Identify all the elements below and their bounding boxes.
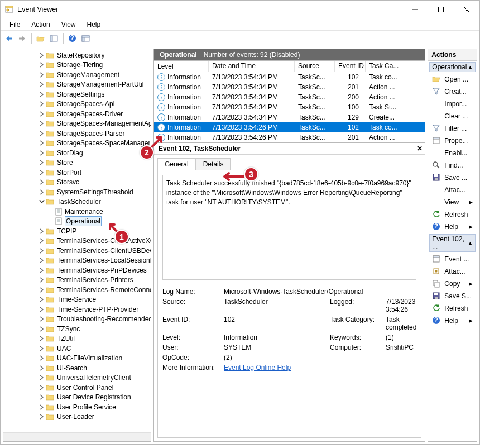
tree-item-terminalservices-remoteconnectionmanager[interactable]: TerminalServices-RemoteConnectionManager xyxy=(3,285,151,295)
chevron-right-icon[interactable] xyxy=(39,277,46,283)
chevron-right-icon[interactable] xyxy=(39,91,46,98)
event-row[interactable]: iInformation7/13/2023 3:54:34 PMTaskSc..… xyxy=(154,82,425,92)
tree-view[interactable]: StateRepositoryStorage-TieringStorageMan… xyxy=(3,49,151,432)
chevron-right-icon[interactable] xyxy=(39,247,46,254)
event-row[interactable]: iInformation7/13/2023 3:54:26 PMTaskSc..… xyxy=(154,122,425,132)
menu-file[interactable]: File xyxy=(4,20,26,30)
chevron-right-icon[interactable] xyxy=(39,287,46,293)
chevron-down-icon[interactable] xyxy=(39,198,46,205)
tree-item-store[interactable]: Store xyxy=(3,158,151,168)
tree-item-uac[interactable]: UAC xyxy=(3,344,151,354)
chevron-right-icon[interactable] xyxy=(39,335,46,342)
tab-details[interactable]: Details xyxy=(196,158,231,170)
chevron-right-icon[interactable] xyxy=(39,189,46,196)
action-open[interactable]: Open ... xyxy=(429,73,476,85)
chevron-right-icon[interactable] xyxy=(39,140,46,146)
back-button[interactable] xyxy=(3,32,15,45)
event-row[interactable]: iInformation7/13/2023 3:54:34 PMTaskSc..… xyxy=(154,72,425,82)
tree-horizontal-scrollbar[interactable] xyxy=(3,432,151,441)
action-creat[interactable]: Creat... xyxy=(429,85,476,98)
action-help[interactable]: Help▶ xyxy=(429,221,476,233)
more-info-link[interactable]: Event Log Online Help xyxy=(224,364,416,371)
chevron-right-icon[interactable] xyxy=(39,365,46,371)
tree-item-terminalservices-printers[interactable]: TerminalServices-Printers xyxy=(3,275,151,285)
chevron-right-icon[interactable] xyxy=(39,326,46,332)
menu-action[interactable]: Action xyxy=(26,20,55,30)
help-button[interactable] xyxy=(66,32,79,45)
actions-group-operational[interactable]: Operational▲ xyxy=(429,62,476,72)
chevron-right-icon[interactable] xyxy=(39,316,46,322)
tree-item-troubleshooting-recommended[interactable]: Troubleshooting-Recommended xyxy=(3,314,151,325)
chevron-right-icon[interactable] xyxy=(39,150,46,156)
layout-button[interactable] xyxy=(80,32,92,45)
chevron-right-icon[interactable] xyxy=(39,130,46,137)
close-button[interactable] xyxy=(454,1,479,18)
action-help[interactable]: Help▶ xyxy=(429,314,476,327)
chevron-right-icon[interactable] xyxy=(39,257,46,264)
chevron-right-icon[interactable] xyxy=(39,72,46,78)
tree-item-terminalservices-clientusbdevices[interactable]: TerminalServices-ClientUSBDevices xyxy=(3,246,151,256)
tree-item-operational[interactable]: Operational xyxy=(3,217,151,227)
chevron-right-icon[interactable] xyxy=(39,169,46,176)
tree-item-storage-tiering[interactable]: Storage-Tiering xyxy=(3,60,151,70)
action-refresh[interactable]: Refresh xyxy=(429,302,476,314)
chevron-right-icon[interactable] xyxy=(39,52,46,59)
chevron-right-icon[interactable] xyxy=(39,345,46,352)
action-view[interactable]: View▶ xyxy=(429,196,476,208)
tree-item-storagespaces-spacemanager[interactable]: StorageSpaces-SpaceManager xyxy=(3,139,151,149)
chevron-right-icon[interactable] xyxy=(39,61,46,68)
chevron-right-icon[interactable] xyxy=(39,237,46,244)
tree-item-ui-search[interactable]: UI-Search xyxy=(3,363,151,373)
chevron-right-icon[interactable] xyxy=(39,404,46,411)
event-description[interactable]: Task Scheduler successfully finished "{b… xyxy=(162,175,416,280)
chevron-right-icon[interactable] xyxy=(39,228,46,235)
action-save[interactable]: Save ... xyxy=(429,171,476,184)
tree-item-storagemanagement[interactable]: StorageManagement xyxy=(3,70,151,80)
menu-help[interactable]: Help xyxy=(81,20,107,30)
col-task-category[interactable]: Task Ca... xyxy=(366,61,399,72)
chevron-right-icon[interactable] xyxy=(39,394,46,401)
chevron-right-icon[interactable] xyxy=(39,120,46,127)
action-find[interactable]: Find... xyxy=(429,159,476,171)
tree-item-storagespaces-api[interactable]: StorageSpaces-Api xyxy=(3,99,151,109)
event-row[interactable]: iInformation7/13/2023 3:54:34 PMTaskSc..… xyxy=(154,102,425,112)
tree-item-user-device-registration[interactable]: User Device Registration xyxy=(3,393,151,403)
action-filter[interactable]: Filter ... xyxy=(429,122,476,135)
tree-item-user-control-panel[interactable]: User Control Panel xyxy=(3,383,151,393)
tree-item-uac-filevirtualization[interactable]: UAC-FileVirtualization xyxy=(3,354,151,364)
events-grid-header[interactable]: Level Date and Time Source Event ID Task… xyxy=(154,61,425,72)
col-level[interactable]: Level xyxy=(154,61,209,72)
col-datetime[interactable]: Date and Time xyxy=(209,61,295,72)
tree-item-time-service-ptp-provider[interactable]: Time-Service-PTP-Provider xyxy=(3,304,151,314)
tree-item-taskscheduler[interactable]: TaskScheduler xyxy=(3,197,151,207)
detail-close-button[interactable]: ✕ xyxy=(415,145,425,152)
chevron-right-icon[interactable] xyxy=(39,355,46,361)
actions-group-event[interactable]: Event 102, ...▲ xyxy=(429,234,476,252)
event-row[interactable]: iInformation7/13/2023 3:54:34 PMTaskSc..… xyxy=(154,112,425,122)
chevron-right-icon[interactable] xyxy=(39,159,46,166)
action-impor[interactable]: Impor... xyxy=(429,98,476,110)
maximize-button[interactable] xyxy=(428,1,454,18)
menu-view[interactable]: View xyxy=(56,20,81,30)
chevron-right-icon[interactable] xyxy=(39,384,46,391)
tree-item-time-service[interactable]: Time-Service xyxy=(3,295,151,305)
chevron-right-icon[interactable] xyxy=(39,111,46,117)
tree-item-storport[interactable]: StorPort xyxy=(3,168,151,178)
tree-item-tzutil[interactable]: TZUtil xyxy=(3,334,151,344)
tree-item-storagesettings[interactable]: StorageSettings xyxy=(3,89,151,99)
tree-item-user-profile-service[interactable]: User Profile Service xyxy=(3,402,151,412)
chevron-right-icon[interactable] xyxy=(39,374,46,381)
action-prope[interactable]: Prope... xyxy=(429,135,476,147)
tree-item-storagemanagement-partutil[interactable]: StorageManagement-PartUtil xyxy=(3,80,151,90)
tree-item-stordiag[interactable]: StorDiag xyxy=(3,148,151,158)
event-row[interactable]: iInformation7/13/2023 3:54:34 PMTaskSc..… xyxy=(154,92,425,102)
tree-item-tzsync[interactable]: TZSync xyxy=(3,324,151,334)
tree-item-terminalservices-localsessionmanager[interactable]: TerminalServices-LocalSessionManager xyxy=(3,256,151,266)
col-event-id[interactable]: Event ID xyxy=(335,61,366,72)
action-attac[interactable]: Attac... xyxy=(429,184,476,196)
tree-item-user-loader[interactable]: User-Loader xyxy=(3,412,151,422)
action-copy[interactable]: Copy▶ xyxy=(429,278,476,290)
tree-item-systemsettingsthreshold[interactable]: SystemSettingsThreshold xyxy=(3,187,151,197)
action-attac[interactable]: Attac... xyxy=(429,265,476,278)
chevron-right-icon[interactable] xyxy=(39,179,46,185)
